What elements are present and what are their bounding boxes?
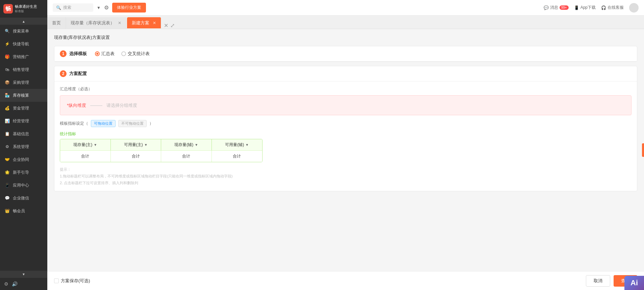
right-edge-handle[interactable] (642, 143, 644, 157)
dimension-separator: —— (90, 102, 102, 109)
window-close-button[interactable]: ✕ (164, 22, 168, 29)
enterprise-icon: 🤝 (4, 156, 10, 163)
sidebar-item-marketing[interactable]: 🎁 营销推广 (0, 50, 47, 63)
col-available-aux[interactable]: 可用量(辅) ▼ (212, 139, 263, 150)
stats-section: 统计指标 现存量(主) ▼ 可用量(主) ▼ (60, 131, 631, 162)
sidebar-item-finance[interactable]: 💰 资金管理 (0, 102, 47, 115)
sidebar: 畅 畅康通好生意 标准版 ▲ 🔍 搜索菜单 ⚡ 快捷导航 🎁 营销推广 🛍 销售… (0, 0, 47, 290)
topbar: 🔍 搜索 ▼ ⚙ 体验行业方案 💬 消息 99+ 📱 App下载 🎧 在线客服 (47, 0, 644, 16)
sidebar-item-label: 系统管理 (13, 144, 29, 150)
radio-summary-label: 汇总表 (101, 51, 115, 57)
template-radio-group: 汇总表 交叉统计表 (95, 51, 150, 57)
tab-new-plan[interactable]: 新建方案 ✕ (127, 17, 161, 29)
messages-button[interactable]: 💬 消息 99+ (544, 5, 569, 10)
dimension-required-label: *纵向维度 (67, 102, 86, 108)
online-service-label: 在线客服 (608, 5, 624, 10)
sidebar-footer: ⚙ 🔊 (0, 277, 47, 290)
ai-badge[interactable]: Ai (624, 276, 644, 290)
topbar-settings-icon[interactable]: ⚙ (104, 4, 109, 11)
app-download-label: App下载 (580, 5, 596, 10)
sidebar-item-inventory[interactable]: 🏪 库存核算 (0, 89, 47, 102)
settings-icon[interactable]: ⚙ (4, 281, 8, 287)
search-icon: 🔍 (4, 28, 10, 34)
sidebar-item-purchase[interactable]: 📦 采购管理 (0, 76, 47, 89)
window-controls: ✕ ⤢ (164, 22, 175, 29)
cell-total-1: 合计 (60, 151, 111, 162)
message-badge: 99+ (560, 5, 569, 10)
online-service-button[interactable]: 🎧 在线客服 (601, 5, 624, 10)
sidebar-item-search[interactable]: 🔍 搜索菜单 (0, 25, 47, 38)
step2-header: 2 方案配置 (54, 66, 637, 81)
topbar-right: 💬 消息 99+ 📱 App下载 🎧 在线客服 (544, 3, 639, 13)
sidebar-item-label: 采购管理 (13, 80, 29, 86)
user-avatar[interactable] (629, 3, 639, 13)
tips-item1: 1.拖动标题栏可以调整布局，不可跨维度或指标区域拖动栏目字段(只能在同一维度或指… (60, 173, 631, 180)
sidebar-item-membership[interactable]: 👑 畅会员 (0, 204, 47, 217)
sidebar-item-label: 应用中心 (13, 183, 29, 188)
dimension-row: *纵向维度 —— 请选择分组维度 (67, 102, 137, 109)
sidebar-item-quick-nav[interactable]: ⚡ 快捷导航 (0, 38, 47, 50)
sidebar-item-label: 快捷导航 (13, 41, 29, 47)
step2-title: 方案配置 (69, 71, 87, 77)
step2-section: 2 方案配置 汇总维度（必选） *纵向维度 —— 请选择分组维度 模板指标设定（ (54, 66, 637, 191)
tips-item2: 2. 点击标题栏下拉可设置排序、插入列和删除列 (60, 180, 631, 187)
chevron-down-icon: ▼ (94, 143, 97, 147)
sidebar-scroll-down[interactable]: ▼ (0, 271, 47, 277)
sidebar-item-sales[interactable]: 🛍 销售管理 (0, 63, 47, 76)
sidebar-item-label: 搜索菜单 (13, 28, 29, 34)
tips-section: 提示： 1.拖动标题栏可以调整布局，不可跨维度或指标区域拖动栏目字段(只能在同一… (60, 166, 631, 186)
sidebar-item-basics[interactable]: 📋 基础信息 (0, 127, 47, 140)
step1-title: 选择模板 (69, 51, 87, 57)
app-download-button[interactable]: 📱 App下载 (574, 5, 596, 10)
tab-inventory-close-icon[interactable]: ✕ (118, 21, 121, 25)
step2-body: 汇总维度（必选） *纵向维度 —— 请选择分组维度 模板指标设定（ 可拖动位置 … (54, 81, 637, 191)
system-icon: ⚙ (4, 144, 10, 150)
topbar-dropdown[interactable]: ▼ (97, 5, 101, 10)
sidebar-nav: 🔍 搜索菜单 ⚡ 快捷导航 🎁 营销推广 🛍 销售管理 📦 采购管理 🏪 库存核… (0, 25, 47, 271)
tab-inventory-label: 现存量（库存状况表） (71, 20, 115, 26)
trial-plan-button[interactable]: 体验行业方案 (112, 3, 146, 13)
step2-badge: 2 (60, 70, 67, 77)
radio-cross[interactable]: 交叉统计表 (121, 51, 150, 57)
cell-total-4: 合计 (212, 151, 263, 162)
membership-icon: 👑 (4, 208, 10, 214)
sidebar-logo: 畅 畅康通好生意 标准版 (0, 0, 47, 18)
cell-total-3: 合计 (161, 151, 212, 162)
app-version: 标准版 (15, 9, 37, 14)
unmovable-position-tag: 不可拖动位置 (118, 120, 147, 127)
window-expand-button[interactable]: ⤢ (170, 22, 175, 29)
sidebar-item-newcomer[interactable]: 🌟 新手引导 (0, 166, 47, 179)
sidebar-item-label: 经营管理 (13, 118, 29, 124)
cell-total-2: 合计 (111, 151, 162, 162)
sidebar-item-operations[interactable]: 📊 经营管理 (0, 115, 47, 127)
sidebar-item-label: 基础信息 (13, 131, 29, 137)
tab-home[interactable]: 首页 (47, 17, 66, 29)
sales-icon: 🛍 (4, 67, 10, 73)
sidebar-item-label: 企业微信 (13, 195, 29, 201)
cancel-button[interactable]: 取消 (586, 275, 610, 287)
content-area: 现存量(库存状况表)方案设置 1 选择模板 汇总表 交叉统计表 (47, 29, 644, 271)
sidebar-scroll-up[interactable]: ▲ (0, 18, 47, 25)
headset-icon: 🎧 (601, 5, 606, 10)
sidebar-item-wechat[interactable]: 💬 企业微信 (0, 192, 47, 204)
sidebar-item-enterprise[interactable]: 🤝 企业协同 (0, 153, 47, 166)
marketing-icon: 🎁 (4, 54, 10, 60)
col-current-stock-main[interactable]: 现存量(主) ▼ (60, 139, 111, 150)
step1-section: 1 选择模板 汇总表 交叉统计表 (54, 46, 637, 62)
col-available-main[interactable]: 可用量(主) ▼ (111, 139, 162, 150)
indicator-settings-prefix: 模板指标设定（ (60, 121, 88, 126)
save-option-label: 方案保存(可选) (61, 278, 90, 284)
purchase-icon: 📦 (4, 79, 10, 86)
save-checkbox[interactable] (54, 279, 59, 283)
col-current-stock-aux[interactable]: 现存量(辅) ▼ (161, 139, 212, 150)
tab-new-plan-close-icon[interactable]: ✕ (153, 21, 156, 25)
stats-section-label: 统计指标 (60, 131, 631, 137)
topbar-search[interactable]: 🔍 搜索 (53, 3, 93, 12)
tabbar: 首页 现存量（库存状况表） ✕ 新建方案 ✕ ✕ ⤢ (47, 16, 644, 29)
radio-summary[interactable]: 汇总表 (95, 51, 115, 57)
tab-inventory-status[interactable]: 现存量（库存状况表） ✕ (66, 17, 126, 29)
sidebar-item-app-center[interactable]: 📱 应用中心 (0, 179, 47, 192)
volume-icon[interactable]: 🔊 (12, 281, 18, 287)
step1-badge: 1 (60, 50, 67, 57)
sidebar-item-system[interactable]: ⚙ 系统管理 (0, 140, 47, 153)
